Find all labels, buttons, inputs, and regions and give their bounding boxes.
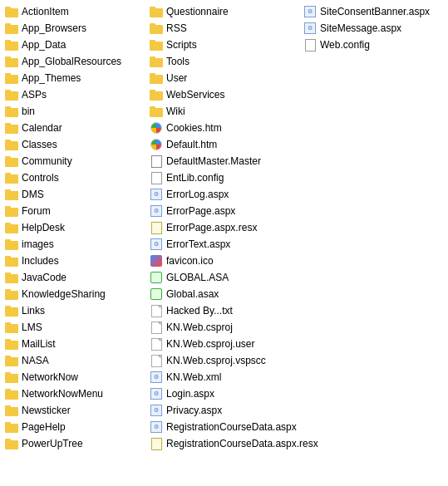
list-item[interactable]: LMS	[2, 319, 143, 336]
column-1: ActionItemApp_BrowsersApp_DataApp_Global…	[0, 3, 145, 452]
list-item[interactable]: App_Data	[2, 37, 143, 53]
list-item[interactable]: images	[2, 236, 143, 253]
list-item[interactable]: NetworkNow	[2, 369, 143, 385]
list-item[interactable]: DMS	[2, 186, 143, 203]
list-item[interactable]: ⚙ErrorLog.aspx	[146, 186, 297, 203]
folder-icon	[5, 304, 18, 317]
list-item[interactable]: Forum	[2, 203, 143, 219]
list-item[interactable]: Web.config	[300, 37, 446, 53]
folder-icon	[5, 188, 18, 201]
list-item[interactable]: Tools	[146, 53, 297, 70]
list-item[interactable]: ⚙RegistrationCourseData.aspx	[146, 419, 297, 435]
list-item[interactable]: Classes	[2, 136, 143, 153]
file-name: ASPs	[22, 89, 47, 101]
list-item[interactable]: Scripts	[146, 37, 297, 53]
file-name: Login.aspx	[166, 388, 214, 400]
list-item[interactable]: App_Themes	[2, 70, 143, 86]
file-name: App_Themes	[22, 72, 81, 84]
list-item[interactable]: Controls	[2, 169, 143, 186]
folder-icon	[5, 271, 18, 284]
list-item[interactable]: Calendar	[2, 120, 143, 136]
list-item[interactable]: ⚙SiteMessage.aspx	[300, 20, 446, 37]
list-item[interactable]: KnowledgeSharing	[2, 286, 143, 302]
file-name: Web.config	[320, 39, 370, 51]
file-name: Community	[22, 155, 72, 167]
list-item[interactable]: ⚙SiteConsentBanner.aspx	[300, 3, 446, 20]
file-name: Global.asax	[166, 288, 219, 300]
aspx-icon: ⚙	[303, 22, 317, 35]
list-item[interactable]: ⚙ErrorText.aspx	[146, 236, 297, 253]
list-item[interactable]: Includes	[2, 253, 143, 269]
list-item[interactable]: Community	[2, 153, 143, 169]
list-item[interactable]: Newsticker	[2, 402, 143, 419]
column-3: ⚙SiteConsentBanner.aspx⚙SiteMessage.aspx…	[298, 3, 448, 452]
folder-icon	[150, 5, 163, 18]
list-item[interactable]: Default.htm	[146, 136, 297, 153]
list-item[interactable]: ErrorPage.aspx.resx	[146, 219, 297, 236]
list-item[interactable]: Questionnaire	[146, 3, 297, 20]
folder-icon	[5, 287, 18, 301]
list-item[interactable]: Cookies.htm	[146, 120, 297, 136]
list-item[interactable]: EntLib.config	[146, 169, 297, 186]
folder-icon	[5, 337, 18, 351]
list-item[interactable]: Hacked By...txt	[146, 302, 297, 319]
list-item[interactable]: JavaCode	[2, 269, 143, 286]
master-icon	[150, 155, 163, 168]
folder-icon	[5, 22, 18, 35]
folder-icon	[5, 371, 18, 384]
file-name: NASA	[22, 355, 49, 366]
list-item[interactable]: ⚙ErrorPage.aspx	[146, 203, 297, 219]
aspx-icon: ⚙	[150, 371, 163, 384]
folder-icon	[5, 71, 18, 85]
list-item[interactable]: KN.Web.csproj.user	[146, 336, 297, 352]
list-item[interactable]: KN.Web.csproj.vspscc	[146, 352, 297, 369]
list-item[interactable]: DefaultMaster.Master	[146, 153, 297, 169]
list-item[interactable]: Links	[2, 302, 143, 319]
list-item[interactable]: App_Browsers	[2, 20, 143, 37]
list-item[interactable]: PageHelp	[2, 419, 143, 435]
config-icon	[303, 38, 317, 52]
list-item[interactable]: KN.Web.csproj	[146, 319, 297, 336]
folder-icon	[150, 71, 163, 85]
chrome-icon	[150, 121, 163, 135]
list-item[interactable]: NetworkNowMenu	[2, 385, 143, 402]
file-name: DMS	[22, 189, 44, 200]
file-name: KN.Web.xml	[166, 371, 221, 383]
file-name: KN.Web.csproj	[166, 322, 233, 333]
file-icon	[150, 337, 163, 351]
list-item[interactable]: ASPs	[2, 86, 143, 103]
folder-icon	[5, 354, 18, 367]
list-item[interactable]: RegistrationCourseData.aspx.resx	[146, 435, 297, 452]
list-item[interactable]: RSS	[146, 20, 297, 37]
list-item[interactable]: PowerUpTree	[2, 435, 143, 452]
file-explorer: ActionItemApp_BrowsersApp_DataApp_Global…	[0, 0, 448, 455]
file-name: EntLib.config	[166, 172, 224, 184]
file-name: JavaCode	[22, 272, 66, 283]
file-name: Classes	[22, 139, 57, 150]
list-item[interactable]: ActionItem	[2, 3, 143, 20]
list-item[interactable]: bin	[2, 103, 143, 120]
file-name: NetworkNowMenu	[22, 388, 103, 400]
list-item[interactable]: GLOBAL.ASA	[146, 269, 297, 286]
folder-icon	[5, 121, 18, 135]
list-item[interactable]: NASA	[2, 352, 143, 369]
file-name: ErrorPage.aspx.resx	[166, 222, 257, 233]
folder-icon	[5, 5, 18, 18]
file-icon	[150, 304, 163, 317]
folder-icon	[150, 38, 163, 52]
list-item[interactable]: MailList	[2, 336, 143, 352]
list-item[interactable]: Wiki	[146, 103, 297, 120]
list-item[interactable]: ⚙Login.aspx	[146, 385, 297, 402]
list-item[interactable]: WebServices	[146, 86, 297, 103]
file-name: ErrorLog.aspx	[166, 189, 229, 200]
folder-icon	[5, 404, 18, 417]
list-item[interactable]: ⚙Privacy.aspx	[146, 402, 297, 419]
list-item[interactable]: favicon.ico	[146, 253, 297, 269]
list-item[interactable]: User	[146, 70, 297, 86]
list-item[interactable]: ⚙KN.Web.xml	[146, 369, 297, 385]
asa-icon	[150, 271, 163, 284]
list-item[interactable]: Global.asax	[146, 286, 297, 302]
list-item[interactable]: HelpDesk	[2, 219, 143, 236]
list-item[interactable]: App_GlobalResources	[2, 53, 143, 70]
file-name: KN.Web.csproj.user	[166, 338, 254, 350]
